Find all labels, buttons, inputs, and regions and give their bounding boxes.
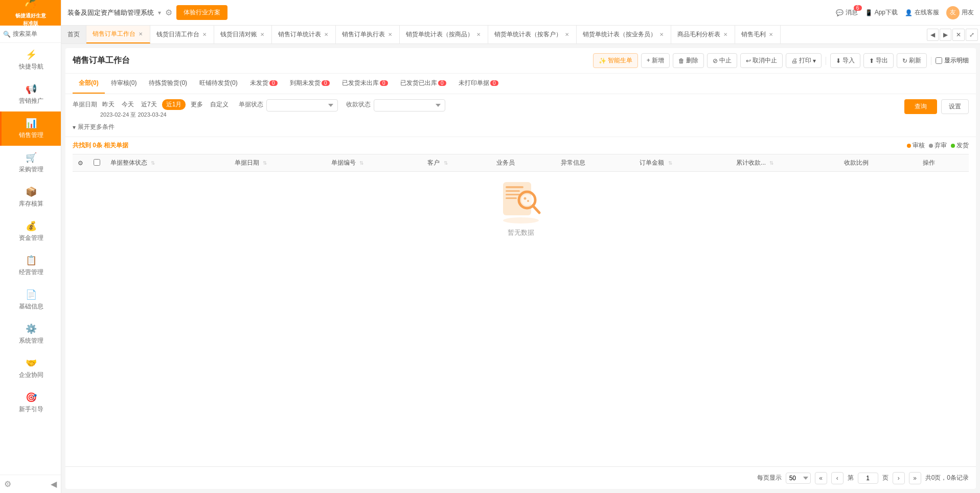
- sidebar-collapse-btn[interactable]: ◀: [51, 479, 57, 489]
- subtab-not-printed[interactable]: 未打印单据0: [452, 74, 505, 94]
- subtab-all[interactable]: 全部(0): [73, 74, 105, 94]
- th-customer[interactable]: 客户 ⇅: [422, 154, 491, 172]
- th-date[interactable]: 单据日期 ⇅: [230, 154, 326, 172]
- review-action-btn[interactable]: 审核: [907, 141, 925, 150]
- show-detail-checkbox[interactable]: [936, 57, 942, 64]
- tab-cash-daily[interactable]: 钱货日清工作台 ✕: [150, 26, 214, 43]
- filter-payment-select[interactable]: [374, 99, 445, 111]
- tab-sales-stats-customer[interactable]: 销货单统计表（按客户） ✕: [488, 26, 577, 43]
- tab-cash-reconcile-close[interactable]: ✕: [259, 31, 265, 38]
- tab-sales-order-stats[interactable]: 销售订单统计表 ✕: [272, 26, 336, 43]
- delete-btn[interactable]: 🗑 删除: [673, 53, 704, 68]
- filter-opt-today[interactable]: 今天: [120, 99, 136, 110]
- tab-sales-order-workbench[interactable]: 销售订单工作台 ✕: [86, 26, 150, 43]
- subtab-shipped-not-wh[interactable]: 已发货未出库0: [336, 74, 394, 94]
- th-collected[interactable]: 累计收款... ⇅: [731, 154, 839, 172]
- page-input[interactable]: [858, 473, 878, 484]
- th-number[interactable]: 单据编号 ⇅: [326, 154, 423, 172]
- sidebar-item-cooperation[interactable]: 🤝 企业协同: [0, 351, 61, 386]
- tab-home[interactable]: 首页: [61, 26, 86, 43]
- tab-sales-stats-staff[interactable]: 销货单统计表（按业务员） ✕: [577, 26, 671, 43]
- tab-sales-order-exec[interactable]: 销售订单执行表 ✕: [336, 26, 400, 43]
- tab-sales-stats-customer-close[interactable]: ✕: [564, 31, 570, 38]
- ship-action-btn[interactable]: 发货: [951, 141, 969, 150]
- sidebar-item-operations[interactable]: 📋 经营管理: [0, 249, 61, 283]
- tab-expand[interactable]: ⤢: [966, 29, 978, 41]
- tab-sales-order-exec-close[interactable]: ✕: [387, 31, 393, 38]
- th-status[interactable]: 单据整体状态 ⇅: [105, 154, 230, 172]
- new-btn[interactable]: + 新增: [641, 53, 670, 68]
- sidebar-item-finance[interactable]: 💰 资金管理: [0, 214, 61, 249]
- tab-close-all[interactable]: ✕: [952, 29, 965, 41]
- header-settings-icon[interactable]: ⚙: [165, 8, 172, 17]
- filter-opt-more[interactable]: 更多: [189, 99, 205, 110]
- tab-sales-gross[interactable]: 销售毛利 ✕: [735, 26, 781, 43]
- import-btn[interactable]: ⬇ 导入: [830, 53, 860, 68]
- subtab-shipped-wh[interactable]: 已发货已出库0: [394, 74, 452, 94]
- stop-btn[interactable]: ⊘ 中止: [707, 53, 737, 68]
- last-page-btn[interactable]: »: [909, 472, 921, 484]
- th-abnormal[interactable]: 异常信息: [556, 154, 634, 172]
- subtab-pending-review[interactable]: 待审核(0): [105, 74, 143, 94]
- tab-product-margin-close[interactable]: ✕: [722, 31, 728, 38]
- subtab-wangpu[interactable]: 旺铺待发货(0): [193, 74, 244, 94]
- tab-sales-order-workbench-close[interactable]: ✕: [138, 31, 144, 37]
- tab-sales-order-stats-close[interactable]: ✕: [323, 31, 329, 38]
- cancel-stop-btn[interactable]: ↩ 取消中止: [740, 53, 783, 68]
- first-page-btn[interactable]: «: [815, 472, 827, 484]
- header-expand-icon[interactable]: ▾: [158, 9, 161, 16]
- industry-btn[interactable]: 体验行业方案: [176, 5, 227, 20]
- tab-sales-stats-staff-close[interactable]: ✕: [658, 31, 665, 38]
- set-btn[interactable]: 设置: [941, 99, 969, 114]
- tab-sales-stats-product[interactable]: 销货单统计表（按商品） ✕: [400, 26, 488, 43]
- filter-opt-1month[interactable]: 近1月: [162, 99, 186, 110]
- th-staff[interactable]: 业务员: [491, 154, 556, 172]
- tab-product-margin[interactable]: 商品毛利分析表 ✕: [671, 26, 735, 43]
- subtab-not-shipped[interactable]: 未发货0: [244, 74, 284, 94]
- sidebar-item-sales[interactable]: 📊 销售管理: [0, 111, 61, 146]
- query-btn[interactable]: 查询: [904, 99, 937, 114]
- sidebar-item-guide[interactable]: 🎯 新手引导: [0, 386, 61, 420]
- sidebar-item-marketing[interactable]: 📢 营销推广: [0, 77, 61, 111]
- prev-page-btn[interactable]: ‹: [831, 472, 844, 484]
- sidebar-settings-btn[interactable]: ⚙: [4, 479, 11, 489]
- online-service-btn[interactable]: 👤 在线客服: [905, 8, 939, 17]
- tab-sales-stats-product-close[interactable]: ✕: [475, 31, 482, 38]
- th-settings[interactable]: ⚙: [73, 154, 88, 172]
- filter-status-select[interactable]: [266, 99, 338, 111]
- sidebar-item-purchase[interactable]: 🛒 采购管理: [0, 146, 61, 180]
- subtab-pending-inspect[interactable]: 待拣货验货(0): [143, 74, 193, 94]
- sidebar-item-quicknav[interactable]: ⚡ 快捷导航: [0, 43, 61, 77]
- table-scroll[interactable]: ⚙ 单据整体状态 ⇅: [73, 154, 969, 466]
- user-area[interactable]: 友 用友: [946, 6, 974, 19]
- tab-cash-daily-close[interactable]: ✕: [201, 31, 208, 38]
- show-detail-toggle[interactable]: 显示明细: [936, 56, 969, 65]
- print-btn[interactable]: 🖨 打印 ▾: [786, 53, 822, 68]
- sidebar-item-basicinfo[interactable]: 📄 基础信息: [0, 283, 61, 317]
- filter-opt-custom[interactable]: 自定义: [208, 99, 231, 110]
- th-number-label: 单据编号: [331, 159, 356, 166]
- next-page-btn[interactable]: ›: [893, 472, 905, 484]
- subtab-overdue-not-shipped[interactable]: 到期未发货0: [284, 74, 336, 94]
- tab-sales-gross-close[interactable]: ✕: [768, 31, 774, 38]
- column-settings-icon[interactable]: ⚙: [78, 160, 83, 167]
- cancel-review-action-btn[interactable]: 弃审: [929, 141, 947, 150]
- refresh-btn[interactable]: ↻ 刷新: [897, 53, 927, 68]
- tab-nav-prev[interactable]: ◀: [927, 29, 939, 41]
- app-download-btn[interactable]: 📱 App下载: [865, 8, 898, 17]
- smart-gen-btn[interactable]: ✨ 智能生单: [593, 53, 638, 68]
- filter-opt-7days[interactable]: 近7天: [139, 99, 159, 110]
- export-btn[interactable]: ⬆ 导出: [863, 53, 894, 68]
- sidebar-item-system[interactable]: ⚙️ 系统管理: [0, 317, 61, 351]
- tab-nav-next[interactable]: ▶: [940, 29, 951, 41]
- th-amount[interactable]: 订单金额 ⇅: [634, 154, 731, 172]
- select-all-checkbox[interactable]: [94, 159, 100, 166]
- filter-opt-yesterday[interactable]: 昨天: [100, 99, 117, 110]
- sidebar-item-inventory[interactable]: 📦 库存核算: [0, 180, 61, 214]
- message-btn[interactable]: 💬 消息 6: [836, 8, 858, 17]
- sidebar-search-btn[interactable]: 🔍 搜索菜单: [0, 26, 61, 43]
- export-icon: ⬆: [869, 57, 874, 64]
- filter-expand-btn[interactable]: ▾ 展开更多条件: [73, 123, 115, 131]
- tab-cash-reconcile[interactable]: 钱货日清对账 ✕: [214, 26, 272, 43]
- page-size-select[interactable]: 10 20 50 100: [786, 473, 811, 484]
